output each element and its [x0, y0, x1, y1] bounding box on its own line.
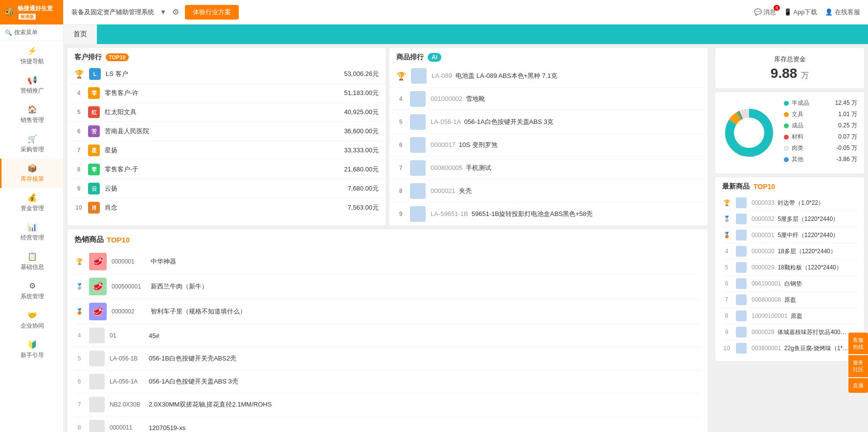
sidebar-item-label: 基础信息: [21, 263, 44, 271]
base-info-icon: 📋: [27, 252, 37, 261]
rank-num-6: 8: [74, 166, 83, 173]
hot-product-row-7: 7 NB2.0X30B 2.0X30MM双搓花轴,搓花直径2.1MM/ROHS: [74, 393, 701, 416]
message-button[interactable]: 💬 消息 6: [754, 8, 777, 17]
sidebar-item-cooperation[interactable]: 🤝 企业协同: [0, 306, 63, 335]
customer-service-button[interactable]: 客服热线: [848, 333, 868, 355]
header-right: 💬 消息 6 📱 App下载 👤 在线客服: [754, 8, 860, 17]
finance-icon: 💰: [27, 193, 37, 202]
live-button[interactable]: 直播: [848, 378, 868, 393]
legend-value-6: -3.86 万: [836, 155, 857, 164]
newest-img-7: [736, 294, 747, 305]
sidebar-item-inventory[interactable]: 📦 库存核算: [0, 159, 63, 188]
customer-row-4: 6 苦 苦南县人民医院 36,600.00元: [68, 122, 386, 141]
product-name-7: LA-59651-1B 59651-1B旋转投影灯电池盒ABS黑色+58壳: [431, 210, 701, 218]
float-service: 客服热线 服务社区 直播: [848, 333, 868, 393]
dropdown-icon[interactable]: ▼: [160, 8, 166, 16]
legend-name-1: 半成品: [792, 99, 832, 107]
hot-product-img-6: [89, 374, 105, 389]
product-img-3: [410, 114, 426, 130]
hot-name-2: 新西兰牛肉（新牛）: [151, 282, 208, 291]
logo-text: 畅捷通好生意: [18, 4, 53, 13]
newest-img-2: [736, 214, 747, 224]
app-download-button[interactable]: 📱 App下载: [784, 8, 817, 17]
customer-amount-3: 40,925.00元: [344, 108, 379, 117]
legend-item-3: 成品 0.25 万: [784, 121, 857, 130]
online-service-button[interactable]: 👤 在线客服: [825, 8, 860, 17]
hot-name-1: 中华神器: [151, 257, 176, 266]
rank-num-3: 5: [74, 109, 83, 116]
app-logo: 🐝 畅捷通好生意 标准版: [0, 0, 63, 24]
sidebar-item-base-info[interactable]: 📋 基础信息: [0, 247, 63, 276]
sidebar-item-label: 快捷导航: [21, 57, 44, 66]
inventory-icon: 📦: [27, 164, 37, 173]
newest-name-6: 004100001 白钢垫: [752, 280, 849, 288]
hot-product-row-1: 🏆 🥩 0000001 中华神器: [74, 249, 701, 274]
message-badge: 6: [774, 5, 780, 11]
sidebar-item-guide[interactable]: 🔰 新手引导: [0, 335, 63, 364]
settings-icon[interactable]: ⚙: [172, 7, 179, 17]
online-service-icon: 👤: [825, 8, 833, 16]
sidebar-nav: ⚡ 快捷导航 📢 营销推广 🏠 销售管理 🛒 采购管理 📦 库存核算 💰 资金管…: [0, 41, 63, 432]
operations-icon: 📊: [27, 222, 37, 232]
hot-product-img-7: [89, 397, 105, 412]
sidebar-item-sales[interactable]: 🏠 销售管理: [0, 100, 63, 129]
product-name-2: 001000002 雪地靴: [431, 95, 701, 103]
rank-num-5: 7: [74, 147, 83, 154]
trial-button[interactable]: 体验行业方案: [185, 5, 239, 20]
hot-products-header: 热销商品 TOP10: [74, 235, 701, 244]
customer-name-8: 肖念: [105, 203, 343, 212]
rank-num-7: 9: [74, 185, 83, 192]
sidebar-item-finance[interactable]: 💰 资金管理: [0, 188, 63, 217]
system-name: 装备及固定资产辅助管理系统: [71, 8, 154, 17]
sidebar-item-purchase[interactable]: 🛒 采购管理: [0, 129, 63, 159]
legend-item-5: 肉类 -0.05 万: [784, 144, 857, 152]
customer-top-badge: TOP10: [106, 53, 129, 61]
hot-product-img-4: [89, 328, 105, 343]
hot-rank-6: 6: [74, 378, 84, 385]
customer-row-8: 10 肖 肖念 7,563.00元: [68, 198, 386, 217]
sidebar-item-label: 库存核算: [21, 175, 44, 183]
service-community-button[interactable]: 服务社区: [848, 355, 868, 377]
legend-dot-1: [784, 101, 789, 106]
inventory-value-unit: 万: [801, 71, 809, 79]
sidebar-item-system[interactable]: ⚙ 系统管理: [0, 276, 63, 306]
product-row-1: 🏆 LA-089 电池盖 LA-089 ABS本色+黑种 7.1克: [389, 65, 708, 88]
customer-name-1: LS 客户: [106, 70, 339, 78]
newest-name-2: 0000032 5厘多层（1220*2440）: [752, 215, 849, 223]
search-menu-label: 搜索菜单: [14, 28, 38, 37]
product-row-3: 5 LA-056-1A 056-1A白色按键开关盖ABS 3克: [389, 111, 708, 134]
avatar-7: 云: [88, 183, 100, 194]
tab-home[interactable]: 首页: [64, 24, 97, 44]
customer-row-2: 4 零 零售客户-许 51,183.00元: [68, 84, 386, 103]
left-panels: 客户排行 TOP10 🏆 L LS 客户 53,006.26元: [64, 44, 711, 432]
hot-code-6: LA-056-1A: [110, 378, 144, 385]
sidebar-item-label: 采购管理: [21, 145, 44, 154]
newest-img-1: [736, 197, 747, 208]
hot-code-5: LA-056-1B: [110, 355, 144, 362]
newest-rank-1: 🏆: [722, 199, 731, 206]
newest-name-5: 0000029 18颗粒板（1220*2440）: [752, 264, 849, 272]
customer-row-7: 9 云 云扬 7,680.00元: [68, 179, 386, 198]
hot-name-7: 2.0X30MM双搓花轴,搓花直径2.1MM/ROHS: [149, 400, 272, 409]
newest-row-6: 6 004100001 白钢垫: [722, 276, 857, 292]
newest-name-7: 000800008 原盔: [752, 296, 849, 304]
legend-item-1: 半成品 12.45 万: [784, 99, 857, 107]
sidebar-item-quick-nav[interactable]: ⚡ 快捷导航: [0, 41, 63, 71]
product-row-5: 7 000800005 手机测试: [389, 157, 708, 180]
sidebar: 🐝 畅捷通好生意 标准版 🔍 搜索菜单 ⚡ 快捷导航 📢 营销推广 🏠 销售管理…: [0, 0, 64, 432]
product-rank-2: 4: [396, 96, 405, 102]
sidebar-item-marketing[interactable]: 📢 营销推广: [0, 71, 63, 100]
sidebar-item-operations[interactable]: 📊 经营管理: [0, 217, 63, 247]
legend-value-3: 0.25 万: [838, 121, 857, 130]
main-content: 装备及固定资产辅助管理系统 ▼ ⚙ 体验行业方案 💬 消息 6 📱 App下载 …: [64, 0, 868, 432]
search-menu[interactable]: 🔍 搜索菜单: [0, 24, 63, 41]
newest-name-1: 0000033 封边带（1.0*22）: [752, 199, 849, 207]
legend-name-3: 成品: [792, 121, 835, 130]
rank-num-4: 6: [74, 128, 83, 135]
avatar-2: 零: [88, 87, 100, 99]
legend-value-4: 0.07 万: [838, 133, 857, 141]
hot-code-8: 0000011: [110, 424, 144, 431]
product-img-7: [410, 206, 426, 222]
product-rank-4: 6: [396, 142, 405, 148]
customer-amount-2: 51,183.00元: [344, 89, 379, 97]
